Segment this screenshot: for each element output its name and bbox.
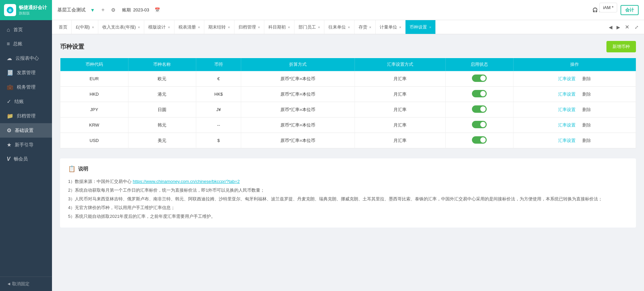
tab-tax-label: 税表清册 <box>178 24 196 30</box>
col-rate-type: 汇率设置方式 <box>355 58 445 71</box>
cell-name-0: 欧元 <box>128 71 196 87</box>
toggle-3[interactable] <box>472 121 487 128</box>
tab-unit-label: 计量单位 <box>380 24 397 30</box>
tab-template[interactable]: 模版设计 × <box>144 20 174 34</box>
toggle-1[interactable] <box>472 90 487 97</box>
sidebar-item-ledger[interactable]: ≡ 总账 <box>0 37 52 51</box>
company-settings-icon[interactable]: ⚙ <box>111 7 115 13</box>
table-row: EUR 欧元 € 原币*汇率=本位币 月汇率 汇率设置 删除 <box>60 71 636 87</box>
page-content: 币种设置 新增币种 币种代码 币种名称 币符 折算方式 汇率设置方式 启用状态 … <box>52 34 644 291</box>
sidebar-item-invoice[interactable]: 🧾 发票管理 <box>0 65 52 80</box>
tab-balance[interactable]: £(中期) × <box>72 20 98 34</box>
rate-settings-link-1[interactable]: 汇率设置 <box>558 92 576 97</box>
cell-name-2: 日圆 <box>128 102 196 117</box>
toggle-0[interactable] <box>472 75 487 82</box>
kuaiji-button[interactable]: 会计 <box>621 5 639 15</box>
sidebar-item-reports[interactable]: ☁ 云报表中心 <box>0 51 52 65</box>
app-sub: 旗舰版 <box>19 11 47 16</box>
tab-currency[interactable]: 币种设置 × <box>406 20 435 34</box>
tab-unit-close[interactable]: × <box>399 25 401 29</box>
tab-archive[interactable]: 归档管理 × <box>234 20 264 34</box>
cloud-icon: ☁ <box>7 55 12 61</box>
table-row: HKD 港元 HK$ 原币*汇率=本位币 月汇率 汇率设置 删除 <box>60 87 636 102</box>
rate-settings-link-4[interactable]: 汇率设置 <box>558 138 576 143</box>
rate-settings-link-0[interactable]: 汇率设置 <box>558 76 576 81</box>
sidebar-item-home[interactable]: ⌂ 首页 <box>0 23 52 37</box>
table-row: USD 美元 $ 原币*汇率=本位币 月汇率 汇率设置 删除 <box>60 133 636 148</box>
notes-title-text: 说明 <box>78 166 88 172</box>
tab-inventory-close[interactable]: × <box>369 25 371 29</box>
toggle-4[interactable] <box>472 136 487 144</box>
tab-period-end-close[interactable]: × <box>228 25 230 29</box>
cell-rate-type-1: 月汇率 <box>355 87 445 102</box>
company-dropdown-icon[interactable]: ▼ <box>90 7 95 13</box>
tab-next-icon[interactable]: ▶ <box>614 23 622 31</box>
page-title: 币种设置 <box>60 43 84 51</box>
toggle-knob-3 <box>480 122 486 127</box>
new-currency-button[interactable]: 新增币种 <box>606 41 636 52</box>
tab-template-label: 模版设计 <box>148 24 166 30</box>
toggle-2[interactable] <box>472 105 487 113</box>
notes-icon: 📋 <box>68 165 75 173</box>
toggle-knob-1 <box>480 91 486 96</box>
tab-balance-close[interactable]: × <box>92 25 94 29</box>
tab-counterpart-close[interactable]: × <box>348 25 350 29</box>
tab-subject-init-close[interactable]: × <box>288 25 290 29</box>
sidebar-item-label: 畅会员 <box>14 156 28 162</box>
period-label: 账期 2023-03 <box>122 7 149 13</box>
sidebar-item-label: 基础设置 <box>15 128 34 134</box>
tab-tax[interactable]: 税表清册 × <box>174 20 204 34</box>
sidebar-item-member[interactable]: V 畅会员 <box>0 152 52 166</box>
tab-dept[interactable]: 部门员工 × <box>294 20 324 34</box>
sidebar-item-checkout[interactable]: ✓ 结账 <box>0 94 52 109</box>
rate-settings-link-2[interactable]: 汇率设置 <box>558 107 576 112</box>
tab-expand-icon[interactable]: ⤢ <box>632 23 641 31</box>
cell-code-3: KRW <box>60 117 128 133</box>
delete-link-3[interactable]: 删除 <box>582 123 591 128</box>
tab-counterpart[interactable]: 往来单位 × <box>324 20 354 34</box>
tab-currency-close[interactable]: × <box>429 25 431 29</box>
delete-link-2[interactable]: 删除 <box>582 107 591 112</box>
tab-income[interactable]: 收入支出表(年报) × <box>98 20 144 34</box>
tab-template-close[interactable]: × <box>168 25 170 29</box>
chinamoney-link[interactable]: https://www.chinamoney.com.cn/chinese/bk… <box>133 179 240 184</box>
delete-link-1[interactable]: 删除 <box>582 92 591 97</box>
tab-prev-icon[interactable]: ◀ <box>607 23 614 31</box>
tab-home[interactable]: 首页 <box>55 20 72 34</box>
sidebar-item-guide[interactable]: ★ 新手引导 <box>0 138 52 152</box>
period-text: 账期 <box>122 7 132 12</box>
tab-subject-init[interactable]: 科目期初 × <box>264 20 294 34</box>
tab-inventory[interactable]: 存货 × <box>355 20 376 34</box>
sidebar-item-label: 新手引导 <box>15 142 34 148</box>
cell-code-1: HKD <box>60 87 128 102</box>
sidebar-pin-toggle[interactable]: ◄ 取消固定 <box>0 277 52 291</box>
tab-archive-label: 归档管理 <box>238 24 256 30</box>
tab-period-end[interactable]: 期末结转 × <box>204 20 234 34</box>
cell-symbol-3: -- <box>196 117 241 133</box>
delete-link-0[interactable]: 删除 <box>582 76 591 81</box>
notes-title: 📋 说明 <box>68 165 628 173</box>
cell-status-2 <box>445 102 514 117</box>
sidebar-item-tax[interactable]: 💼 税务管理 <box>0 80 52 94</box>
col-actions: 操作 <box>514 58 636 71</box>
tab-close-all-icon[interactable]: ✕ <box>622 22 632 32</box>
member-icon: V <box>7 156 10 162</box>
page-title-row: 币种设置 新增币种 <box>60 41 636 52</box>
tab-archive-close[interactable]: × <box>258 25 260 29</box>
period-value: 2023-03 <box>133 7 149 12</box>
tab-income-close[interactable]: × <box>138 25 140 29</box>
cell-rate-type-4: 月汇率 <box>355 133 445 148</box>
add-company-icon[interactable]: ＋ <box>100 6 106 13</box>
sidebar-item-archive[interactable]: 📁 归档管理 <box>0 109 52 123</box>
sidebar-item-settings[interactable]: ⚙ 基础设置 <box>0 123 52 138</box>
tab-unit[interactable]: 计量单位 × <box>376 20 406 34</box>
cell-status-0 <box>445 71 514 87</box>
rate-settings-link-3[interactable]: 汇率设置 <box>558 123 576 128</box>
tab-tax-close[interactable]: × <box>198 25 200 29</box>
delete-link-4[interactable]: 删除 <box>582 138 591 143</box>
tab-dept-close[interactable]: × <box>318 25 320 29</box>
cell-code-0: EUR <box>60 71 128 87</box>
calendar-icon[interactable]: 📅 <box>155 7 160 12</box>
cell-rate-type-3: 月汇率 <box>355 117 445 133</box>
note-3: 3）人民币对马来西亚林吉特、俄罗斯卢布、南非兰特、韩元、阿联酋迪拉姆、沙特里亚尔… <box>68 195 628 203</box>
